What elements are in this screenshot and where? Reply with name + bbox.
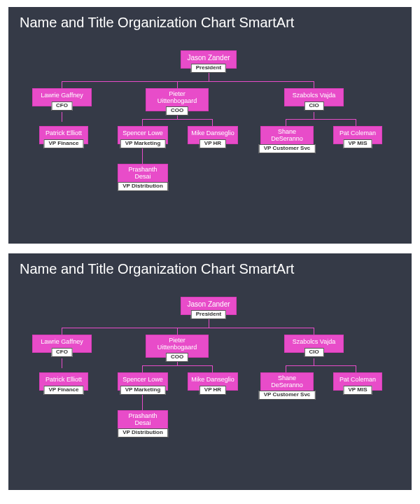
slide-1: Name and Title Organization Chart SmartA… xyxy=(8,7,412,244)
node-box: Shane DeSerannoVP Customer Svc xyxy=(260,372,314,396)
connector xyxy=(177,328,178,335)
slide-title: Name and Title Organization Chart SmartA… xyxy=(20,14,400,31)
node-title: CIO xyxy=(304,348,323,357)
node-vp-hr: Mike DanseglioVP HR xyxy=(188,372,238,391)
node-name: Shane DeSeranno xyxy=(264,129,310,143)
connector xyxy=(177,81,178,88)
node-title: VP Marketing xyxy=(120,386,166,395)
org-chart: Jason ZanderPresident Lawrie GaffneyCFO … xyxy=(20,297,400,482)
node-box: Lawrie GaffneyCFO xyxy=(32,88,92,106)
node-vp-mis: Pat ColemanVP MIS xyxy=(333,372,382,391)
connector xyxy=(142,119,212,120)
node-vp-distribution: Prashanth DesaiVP Distribution xyxy=(118,164,168,187)
node-vp-mis: Pat ColemanVP MIS xyxy=(333,126,382,144)
node-name: Szabolcs Vajda xyxy=(293,339,335,346)
node-coo: Pieter UittenbogaardCOO xyxy=(146,335,209,358)
node-name: Prashanth Desai xyxy=(121,413,164,427)
connector xyxy=(209,71,209,81)
connector xyxy=(62,112,62,122)
connector xyxy=(62,358,62,368)
node-box: Pat ColemanVP MIS xyxy=(333,372,382,391)
connector xyxy=(209,318,209,328)
node-title: CFO xyxy=(51,102,73,111)
node-box: Jason ZanderPresident xyxy=(181,297,237,315)
node-name: Spencer Lowe xyxy=(122,377,163,384)
connector xyxy=(286,365,356,366)
node-vp-marketing: Spencer LoweVP Marketing xyxy=(118,372,168,391)
node-vp-customer-svc: Shane DeSerannoVP Customer Svc xyxy=(260,126,314,149)
node-box: Pieter UittenbogaardCOO xyxy=(146,335,209,358)
connector xyxy=(286,119,356,120)
node-box: Mike DanseglioVP HR xyxy=(188,372,238,391)
node-title: VP HR xyxy=(200,139,226,148)
node-box: Mike DanseglioVP HR xyxy=(188,126,238,144)
connector xyxy=(142,119,143,126)
node-box: Pieter UittenbogaardCOO xyxy=(146,88,209,111)
node-box: Patrick ElliottVP Finance xyxy=(39,372,88,391)
node-title: VP MIS xyxy=(344,139,372,148)
node-vp-customer-svc: Shane DeSerannoVP Customer Svc xyxy=(260,372,314,396)
node-name: Pieter Uittenbogaard xyxy=(149,337,205,351)
node-cio: Szabolcs VajdaCIO xyxy=(284,88,344,106)
node-box: Spencer LoweVP Marketing xyxy=(118,372,168,391)
node-name: Prashanth Desai xyxy=(121,167,164,181)
node-title: VP MIS xyxy=(344,386,372,395)
node-title: COO xyxy=(166,353,188,362)
node-president: Jason ZanderPresident xyxy=(181,297,237,315)
node-vp-hr: Mike DanseglioVP HR xyxy=(188,126,238,144)
node-vp-finance: Patrick ElliottVP Finance xyxy=(39,126,88,144)
node-title: VP Customer Svc xyxy=(259,391,316,400)
node-title: VP Finance xyxy=(44,386,84,395)
node-name: Spencer Lowe xyxy=(122,130,163,137)
node-name: Pieter Uittenbogaard xyxy=(149,91,205,105)
node-name: Shane DeSeranno xyxy=(264,375,310,389)
node-name: Patrick Elliott xyxy=(46,377,82,384)
node-name: Patrick Elliott xyxy=(46,130,82,137)
node-box: Prashanth DesaiVP Distribution xyxy=(118,410,168,433)
node-name: Jason Zander xyxy=(187,300,230,308)
node-name: Szabolcs Vajda xyxy=(293,92,335,99)
node-box: Shane DeSerannoVP Customer Svc xyxy=(260,126,314,149)
node-box: Szabolcs VajdaCIO xyxy=(284,88,344,106)
node-title: VP Finance xyxy=(44,139,84,148)
node-vp-marketing: Spencer LoweVP Marketing xyxy=(118,126,168,144)
connector xyxy=(314,328,314,335)
node-vp-finance: Patrick ElliottVP Finance xyxy=(39,372,88,391)
node-name: Mike Danseglio xyxy=(191,130,234,137)
connector xyxy=(286,119,286,126)
node-title: COO xyxy=(166,106,188,115)
node-name: Pat Coleman xyxy=(340,130,376,137)
node-vp-distribution: Prashanth DesaiVP Distribution xyxy=(118,410,168,433)
node-title: President xyxy=(191,64,226,73)
connector xyxy=(62,328,62,335)
node-box: Pat ColemanVP MIS xyxy=(333,126,382,144)
connector xyxy=(356,119,356,126)
node-box: Jason Zander President xyxy=(181,50,237,69)
node-coo: Pieter UittenbogaardCOO xyxy=(146,88,209,111)
connector xyxy=(314,81,314,88)
slide-2: Name and Title Organization Chart SmartA… xyxy=(8,253,412,490)
node-cfo: Lawrie GaffneyCFO xyxy=(32,335,92,353)
node-box: Patrick ElliottVP Finance xyxy=(39,126,88,144)
connector xyxy=(356,365,356,372)
connector xyxy=(212,365,213,372)
connector xyxy=(286,365,286,372)
node-president: Jason Zander President xyxy=(181,50,237,69)
node-box: Prashanth DesaiVP Distribution xyxy=(118,164,168,187)
node-title: CIO xyxy=(304,102,323,111)
node-title: VP Marketing xyxy=(120,139,166,148)
slide-title: Name and Title Organization Chart SmartA… xyxy=(20,260,400,277)
connector xyxy=(314,358,314,365)
node-title: VP HR xyxy=(200,386,226,395)
page: Name and Title Organization Chart SmartA… xyxy=(0,0,420,504)
connector xyxy=(314,112,314,119)
connector xyxy=(62,81,314,82)
connector xyxy=(62,81,62,88)
connector xyxy=(142,365,212,366)
node-box: Spencer LoweVP Marketing xyxy=(118,126,168,144)
node-name: Pat Coleman xyxy=(340,377,376,384)
node-box: Lawrie GaffneyCFO xyxy=(32,335,92,353)
node-title: VP Distribution xyxy=(118,428,168,438)
connector xyxy=(142,365,143,372)
node-name: Lawrie Gaffney xyxy=(41,92,83,99)
